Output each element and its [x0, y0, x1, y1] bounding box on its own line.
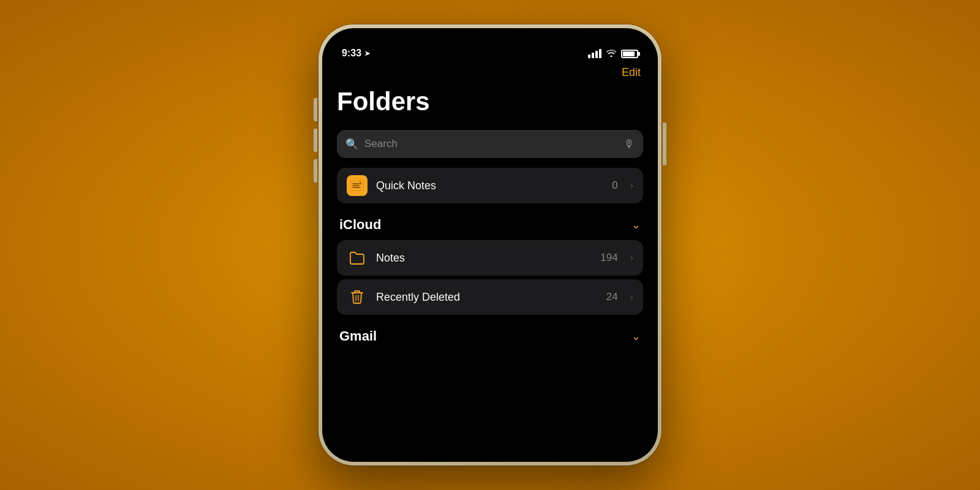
icloud-title: iCloud [339, 217, 381, 233]
folder-icon [347, 247, 368, 268]
quick-notes-icon [347, 175, 368, 196]
quick-notes-label: Quick Notes [376, 179, 603, 192]
trash-icon [347, 287, 368, 307]
notes-count: 194 [600, 252, 617, 264]
recently-deleted-item[interactable]: Recently Deleted 24 › [337, 279, 643, 315]
wifi-icon [606, 48, 617, 59]
search-bar[interactable]: 🔍 Search 🎙 [337, 130, 643, 158]
signal-icon [588, 49, 601, 58]
battery-icon [621, 50, 638, 58]
icloud-chevron: ⌄ [631, 218, 641, 232]
recently-deleted-count: 24 [606, 291, 618, 303]
gmail-chevron: ⌄ [631, 330, 641, 343]
gmail-title: Gmail [339, 328, 377, 344]
status-icons [588, 48, 638, 59]
gmail-section-header[interactable]: Gmail ⌄ [337, 317, 643, 352]
location-icon: ➤ [364, 50, 370, 58]
recently-deleted-chevron: › [630, 292, 633, 303]
page-title: Folders [337, 87, 643, 116]
time-label: 9:33 [342, 48, 361, 59]
quick-notes-chevron: › [630, 180, 633, 191]
icloud-section-header[interactable]: iCloud ⌄ [337, 206, 643, 240]
main-content: Folders 🔍 Search 🎙 [322, 64, 658, 462]
recently-deleted-label: Recently Deleted [376, 291, 598, 304]
phone-screen: 9:33 ➤ [322, 28, 658, 462]
microphone-icon[interactable]: 🎙 [624, 138, 635, 151]
notes-chevron: › [630, 252, 633, 263]
notes-label: Notes [376, 252, 592, 265]
search-icon: 🔍 [345, 138, 358, 151]
battery-fill [623, 51, 635, 56]
quick-notes-count: 0 [612, 179, 617, 192]
phone-frame: 9:33 ➤ [318, 24, 662, 466]
status-time: 9:33 ➤ [342, 48, 370, 59]
quick-notes-item[interactable]: Quick Notes 0 › [337, 168, 643, 203]
search-placeholder: Search [364, 138, 617, 150]
dynamic-island [453, 37, 527, 58]
notes-item[interactable]: Notes 194 › [337, 240, 643, 276]
